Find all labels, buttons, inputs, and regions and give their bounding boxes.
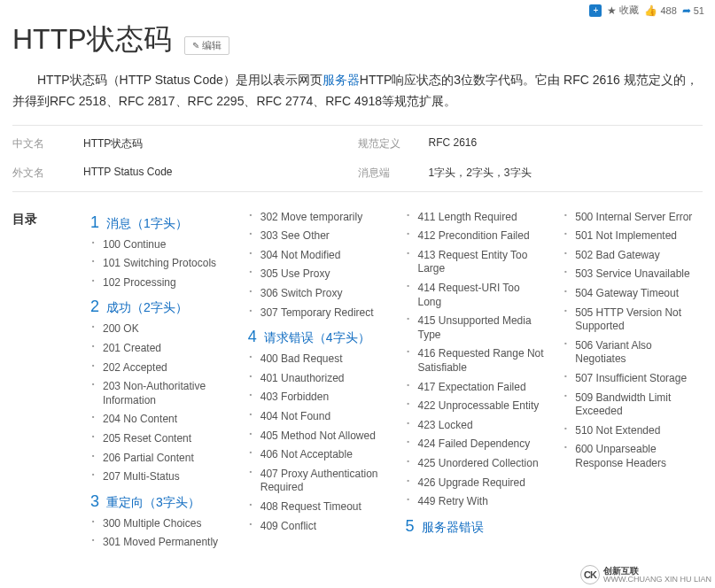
toc-col-1: 1消息（1字头） 100 Continue 101 Switching Prot… bbox=[87, 208, 230, 553]
favorite-action[interactable]: ★收藏 bbox=[607, 4, 639, 17]
toc-item[interactable]: 507 Insufficient Storage bbox=[568, 369, 703, 389]
section-num: 2 bbox=[87, 298, 99, 316]
toc-item[interactable]: 503 Service Unavailable bbox=[568, 265, 703, 284]
share-action[interactable]: + bbox=[589, 4, 602, 17]
toc-item[interactable]: 411 Length Required bbox=[411, 208, 546, 228]
logo-icon: CK bbox=[580, 565, 600, 584]
toc-col-4: 500 Internal Server Error 501 Not Implem… bbox=[559, 208, 703, 553]
section-1-head[interactable]: 1消息（1字头） bbox=[87, 213, 230, 232]
section-3-head[interactable]: 3重定向（3字头） bbox=[87, 492, 230, 511]
toc-item[interactable]: 304 Not Modified bbox=[253, 246, 388, 266]
toc-item[interactable]: 203 Non-Authoritative Information bbox=[96, 377, 230, 410]
info-col-left: 中文名HTTP状态码 外文名HTTP Status Code bbox=[12, 136, 358, 181]
toc-item[interactable]: 406 Not Acceptable bbox=[253, 445, 388, 465]
watermark-url: WWW.CHUANG XIN HU LIAN bbox=[603, 576, 711, 584]
toc-col-2: 302 Move temporarily 303 See Other 304 N… bbox=[245, 208, 388, 553]
toc-item[interactable]: 207 Multi-Status bbox=[96, 468, 230, 487]
favorite-label: 收藏 bbox=[619, 4, 639, 17]
toc-item[interactable]: 510 Not Extended bbox=[568, 422, 703, 441]
pencil-icon: ✎ bbox=[192, 41, 199, 50]
watermark: CK 创新互联 WWW.CHUANG XIN HU LIAN bbox=[580, 565, 711, 584]
toc-item[interactable]: 200 OK bbox=[96, 320, 230, 339]
toc-item[interactable]: 404 Not Found bbox=[253, 407, 388, 427]
toc-columns: 1消息（1字头） 100 Continue 101 Switching Prot… bbox=[87, 208, 703, 553]
section-num: 5 bbox=[402, 517, 415, 536]
like-count: 488 bbox=[660, 5, 676, 16]
edit-button[interactable]: ✎编辑 bbox=[184, 36, 229, 55]
toc-item[interactable]: 302 Move temporarily bbox=[253, 208, 388, 228]
toc-item[interactable]: 301 Moved Permanently bbox=[96, 533, 230, 553]
section-title: 服务器错误 bbox=[422, 519, 484, 535]
section-2-head[interactable]: 2成功（2字头） bbox=[87, 298, 230, 316]
watermark-brand: 创新互联 bbox=[603, 567, 711, 576]
toc-item[interactable]: 502 Bad Gateway bbox=[568, 246, 703, 266]
like-icon: 👍 bbox=[644, 4, 657, 17]
toc-item[interactable]: 307 Temporary Redirect bbox=[253, 304, 388, 323]
toc-item[interactable]: 400 Bad Request bbox=[253, 350, 388, 369]
toc-item[interactable]: 303 See Other bbox=[253, 227, 388, 246]
toc-item[interactable]: 100 Continue bbox=[96, 236, 230, 255]
section-5-head[interactable]: 5服务器错误 bbox=[402, 517, 546, 536]
toc-item[interactable]: 505 HTTP Version Not Supported bbox=[568, 304, 703, 337]
toc-item[interactable]: 424 Failed Dependency bbox=[411, 435, 546, 454]
toc-item[interactable]: 401 Unauthorized bbox=[253, 369, 388, 389]
share-action-2[interactable]: ➦51 bbox=[682, 4, 704, 17]
toc-item[interactable]: 501 Not Implemented bbox=[568, 227, 703, 246]
toc-item[interactable]: 426 Upgrade Required bbox=[411, 474, 546, 493]
server-link[interactable]: 服务器 bbox=[323, 73, 360, 87]
header: HTTP状态码 ✎编辑 bbox=[0, 19, 715, 70]
info-label: 外文名 bbox=[12, 166, 83, 181]
info-value: RFC 2616 bbox=[429, 136, 478, 151]
share-icon-2: ➦ bbox=[682, 4, 691, 17]
toc-item[interactable]: 403 Forbidden bbox=[253, 388, 388, 407]
toc-item[interactable]: 500 Internal Server Error bbox=[568, 208, 703, 228]
toc-item[interactable]: 415 Unsupported Media Type bbox=[411, 312, 546, 344]
toc-item[interactable]: 300 Multiple Choices bbox=[96, 514, 230, 534]
section-num: 3 bbox=[87, 492, 99, 511]
toc-col-3: 411 Length Required 412 Precondition Fai… bbox=[402, 208, 546, 553]
intro-prelink: HTTP状态码（HTTP Status Code）是用以表示网页 bbox=[37, 73, 323, 87]
toc-item[interactable]: 408 Request Timeout bbox=[253, 498, 388, 517]
toc-item[interactable]: 600 Unparseable Response Headers bbox=[568, 440, 703, 473]
toc-item[interactable]: 405 Method Not Allowed bbox=[253, 427, 388, 446]
toc-item[interactable]: 407 Proxy Authentication Required bbox=[253, 465, 388, 498]
section-num: 1 bbox=[87, 213, 99, 232]
toc-item[interactable]: 509 Bandwidth Limit Exceeded bbox=[568, 389, 703, 422]
section-title: 请求错误（4字头） bbox=[264, 329, 370, 345]
toc-item[interactable]: 417 Expectation Failed bbox=[411, 378, 546, 398]
info-col-right: 规范定义RFC 2616 消息端1字头，2字头，3字头 bbox=[358, 136, 703, 181]
toc-item[interactable]: 416 Requested Range Not Satisfiable bbox=[411, 344, 546, 377]
toc-item[interactable]: 202 Accepted bbox=[96, 359, 230, 378]
section-title: 成功（2字头） bbox=[106, 299, 188, 315]
toc-item[interactable]: 506 Variant Also Negotiates bbox=[568, 337, 703, 369]
toc-item[interactable]: 201 Created bbox=[96, 339, 230, 359]
toc-item[interactable]: 306 Switch Proxy bbox=[253, 284, 388, 304]
toc-item[interactable]: 305 Use Proxy bbox=[253, 265, 388, 284]
toc-item[interactable]: 204 No Content bbox=[96, 410, 230, 429]
toc-item[interactable]: 425 Unordered Collection bbox=[411, 454, 546, 474]
like-action[interactable]: 👍488 bbox=[644, 4, 676, 17]
toc-item[interactable]: 504 Gateway Timeout bbox=[568, 284, 703, 304]
top-actions-bar: + ★收藏 👍488 ➦51 bbox=[0, 0, 715, 19]
intro-paragraph: HTTP状态码（HTTP Status Code）是用以表示网页服务器HTTP响… bbox=[0, 70, 715, 125]
toc-item[interactable]: 409 Conflict bbox=[253, 517, 388, 537]
share-icon: + bbox=[589, 4, 602, 17]
toc-item[interactable]: 206 Partial Content bbox=[96, 449, 230, 468]
toc-item[interactable]: 414 Request-URI Too Long bbox=[411, 279, 546, 312]
toc-item[interactable]: 101 Switching Protocols bbox=[96, 254, 230, 274]
toc-item[interactable]: 422 Unprocessable Entity bbox=[411, 397, 546, 416]
share-count: 51 bbox=[694, 5, 704, 16]
info-value: HTTP Status Code bbox=[83, 166, 173, 181]
toc-item[interactable]: 423 Locked bbox=[411, 416, 546, 436]
toc-item[interactable]: 205 Reset Content bbox=[96, 429, 230, 449]
toc-item[interactable]: 449 Retry With bbox=[411, 492, 546, 512]
edit-label: 编辑 bbox=[202, 39, 221, 52]
section-4-head[interactable]: 4请求错误（4字头） bbox=[245, 328, 388, 346]
toc-item[interactable]: 102 Processing bbox=[96, 274, 230, 293]
table-of-contents: 目录 1消息（1字头） 100 Continue 101 Switching P… bbox=[12, 208, 703, 553]
toc-item[interactable]: 412 Precondition Failed bbox=[411, 227, 546, 246]
toc-item[interactable]: 413 Request Entity Too Large bbox=[411, 246, 546, 279]
info-value: 1字头，2字头，3字头 bbox=[429, 166, 532, 181]
info-label: 消息端 bbox=[358, 166, 429, 181]
info-label: 中文名 bbox=[12, 136, 83, 151]
